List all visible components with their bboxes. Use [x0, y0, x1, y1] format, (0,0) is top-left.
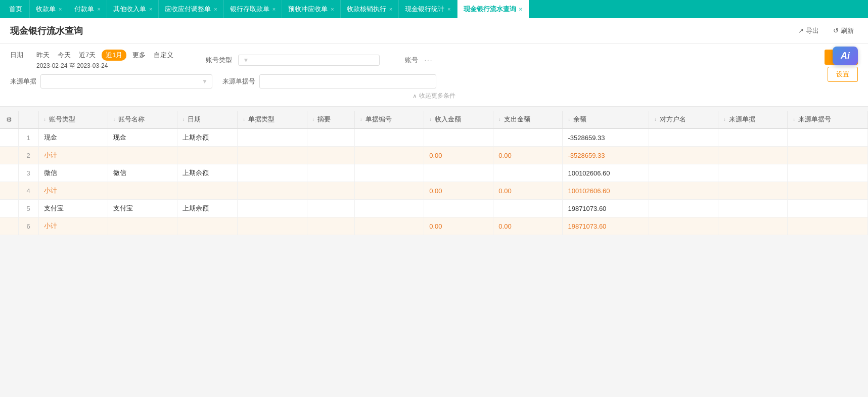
sort-icon: ↕: [793, 118, 795, 122]
cell-source-doc: [718, 217, 788, 235]
nav-tab-yushou[interactable]: 预收冲应收单 ×: [282, 0, 340, 18]
close-icon[interactable]: ×: [97, 6, 100, 12]
close-icon[interactable]: ×: [59, 6, 62, 12]
col-source-doc-no[interactable]: ↕ 来源单据号: [788, 111, 868, 128]
source-doc-no-input[interactable]: [259, 74, 436, 89]
filter-row-2: 来源单据 ▼ 来源单据号: [10, 74, 814, 89]
date-custom[interactable]: 自定义: [152, 50, 175, 61]
source-doc-no-label: 来源单据号: [222, 77, 255, 86]
col-date[interactable]: ↕ 日期: [177, 111, 238, 128]
refresh-icon: ↺: [833, 27, 839, 34]
date-near7[interactable]: 近7天: [77, 50, 98, 61]
account-type-select[interactable]: ▼: [238, 55, 380, 66]
cell-balance: 100102606.60: [563, 164, 649, 182]
nav-tab-tongji[interactable]: 现金银行统计 ×: [399, 0, 457, 18]
col-settings[interactable]: ⚙: [0, 111, 18, 128]
col-account-name[interactable]: ↕ 账号名称: [108, 111, 177, 128]
table-body: 1 现金 现金 上期余额 -3528659.33 2 小计 0.00 0.00 …: [0, 128, 868, 235]
account-no-dots[interactable]: ···: [424, 56, 433, 64]
page-header: 现金银行流水查询 ↗ 导出 ↺ 刷新: [0, 18, 868, 43]
date-label: 日期: [10, 51, 30, 60]
source-doc-section: 来源单据 ▼: [10, 74, 212, 89]
date-more[interactable]: 更多: [130, 50, 148, 61]
cell-doc-type: [238, 164, 307, 182]
nav-tab-yinhang[interactable]: 银行存取款单 ×: [224, 0, 282, 18]
cell-source-doc: [718, 182, 788, 200]
close-icon[interactable]: ×: [272, 6, 276, 12]
nav-tab-liushui[interactable]: 现金银行流水查询 ×: [458, 0, 529, 18]
table-row[interactable]: 1 现金 现金 上期余额 -3528659.33: [0, 128, 868, 147]
nav-tab-fukuandan[interactable]: 付款单 ×: [68, 0, 107, 18]
cell-doc-no: [355, 147, 424, 164]
cell-income: [424, 128, 493, 147]
col-expense[interactable]: ↕ 支出金额: [493, 111, 563, 128]
close-icon[interactable]: ×: [149, 6, 152, 12]
row-num: 4: [18, 182, 38, 200]
col-doc-type[interactable]: ↕ 单据类型: [238, 111, 307, 128]
sort-icon: ↕: [44, 118, 46, 122]
cell-counterparty: [649, 147, 718, 164]
cell-date: 上期余额: [177, 128, 238, 147]
cell-account-name: [108, 182, 177, 200]
col-source-doc[interactable]: ↕ 来源单据: [718, 111, 788, 128]
table-row[interactable]: 4 小计 0.00 0.00 100102606.60: [0, 182, 868, 200]
table-row[interactable]: 6 小计 0.00 0.00 19871073.60: [0, 217, 868, 235]
cell-doc-no: [355, 182, 424, 200]
cell-income: [424, 200, 493, 217]
close-icon[interactable]: ×: [389, 6, 392, 12]
col-doc-no[interactable]: ↕ 单据编号: [355, 111, 424, 128]
cell-expense: 0.00: [493, 182, 563, 200]
filter-area: 日期 昨天 今天 近7天 近1月 更多 自定义 2023-02-24 至 202…: [0, 43, 868, 107]
cell-counterparty: [649, 200, 718, 217]
table-row[interactable]: 5 支付宝 支付宝 上期余额 19871073.60: [0, 200, 868, 217]
sort-icon: ↕: [182, 118, 185, 122]
cell-date: [177, 217, 238, 235]
col-summary[interactable]: ↕ 摘要: [307, 111, 354, 128]
cell-balance: 19871073.60: [563, 217, 649, 235]
table-row[interactable]: 2 小计 0.00 0.00 -3528659.33: [0, 147, 868, 164]
collapse-icon: ∧: [413, 93, 417, 100]
collapse-button[interactable]: ∧ 收起更多条件: [413, 92, 455, 100]
date-near1m[interactable]: 近1月: [102, 50, 126, 61]
nav-tab-qitashouruan[interactable]: 其他收入单 ×: [107, 0, 159, 18]
sort-icon: ↕: [723, 118, 725, 122]
cell-counterparty: [649, 217, 718, 235]
date-yesterday[interactable]: 昨天: [34, 50, 52, 61]
export-button[interactable]: ↗ 导出: [794, 24, 823, 37]
date-today[interactable]: 今天: [56, 50, 73, 61]
row-settings: [0, 200, 18, 217]
nav-tab-yingshouyingfu[interactable]: 应收应付调整单 ×: [159, 0, 223, 18]
account-type-label: 账号类型: [206, 56, 234, 65]
cell-doc-type: [238, 147, 307, 164]
cell-doc-no: [355, 128, 424, 147]
cell-source-doc: [718, 200, 788, 217]
source-doc-select[interactable]: ▼: [40, 74, 212, 89]
nav-tab-shoukuandan[interactable]: 收款单 ×: [30, 0, 68, 18]
col-counterparty[interactable]: ↕ 对方户名: [649, 111, 718, 128]
cell-summary: [307, 217, 354, 235]
refresh-button[interactable]: ↺ 刷新: [829, 24, 858, 37]
filter-row-1: 日期 昨天 今天 近7天 近1月 更多 自定义 2023-02-24 至 202…: [10, 50, 814, 70]
close-icon[interactable]: ×: [214, 6, 217, 12]
cell-date: [177, 147, 238, 164]
row-settings: [0, 217, 18, 235]
settings-icon[interactable]: ⚙: [6, 116, 12, 123]
ai-badge[interactable]: Ai: [833, 47, 858, 65]
row-settings: [0, 164, 18, 182]
export-icon: ↗: [798, 27, 804, 34]
nav-home[interactable]: 首页: [2, 0, 30, 18]
settings-button[interactable]: 设置: [828, 67, 858, 82]
close-icon[interactable]: ×: [331, 6, 334, 12]
cell-summary: [307, 164, 354, 182]
col-account-type[interactable]: ↕ 账号类型: [38, 111, 108, 128]
cell-date: [177, 182, 238, 200]
col-balance[interactable]: ↕ 余额: [563, 111, 649, 128]
col-income[interactable]: ↕ 收入金额: [424, 111, 493, 128]
nav-tab-shoukuanhexiao[interactable]: 收款核销执行 ×: [341, 0, 399, 18]
close-icon[interactable]: ×: [519, 6, 522, 12]
row-num: 3: [18, 164, 38, 182]
cell-source-doc: [718, 147, 788, 164]
table-row[interactable]: 3 微信 微信 上期余额 100102606.60: [0, 164, 868, 182]
cell-summary: [307, 182, 354, 200]
close-icon[interactable]: ×: [447, 6, 450, 12]
